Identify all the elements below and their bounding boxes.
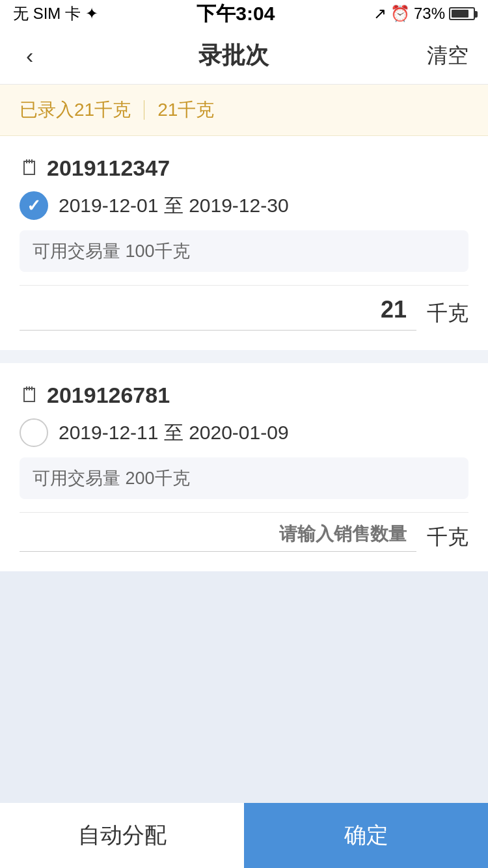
batch-1-radio[interactable] <box>20 191 48 220</box>
batch-2-availability: 可用交易量 200千克 <box>20 457 468 499</box>
battery-icon <box>449 7 475 20</box>
batch-1-header: 🗒 2019112347 <box>20 156 468 181</box>
batch-2-radio[interactable] <box>20 418 48 447</box>
batch-1-icon: 🗒 <box>20 156 40 180</box>
page-title: 录批次 <box>198 40 269 72</box>
batch-card-1: 🗒 2019112347 2019-12-01 至 2019-12-30 可用交… <box>0 136 488 350</box>
batch-2-icon: 🗒 <box>20 383 40 407</box>
status-left: 无 SIM 卡 ✦ <box>13 3 98 24</box>
bottom-bar: 自动分配 确定 <box>0 803 488 868</box>
batch-1-id: 2019112347 <box>47 156 170 181</box>
confirm-button[interactable]: 确定 <box>244 803 488 868</box>
info-divider <box>144 100 144 120</box>
battery-label: 73% <box>414 5 445 23</box>
batch-2-row[interactable]: 2019-12-11 至 2020-01-09 <box>20 418 468 447</box>
alarm-icon: ⏰ <box>390 5 410 23</box>
location-icon: ↗ <box>373 5 386 23</box>
batch-2-quantity-row: 千克 <box>20 512 468 558</box>
auto-distribute-button[interactable]: 自动分配 <box>0 803 244 868</box>
batch-1-unit: 千克 <box>427 299 468 328</box>
batch-2-quantity-input[interactable] <box>234 524 416 545</box>
nav-bar: ‹ 录批次 清空 <box>0 27 488 85</box>
batch-1-row[interactable]: 2019-12-01 至 2019-12-30 <box>20 191 468 220</box>
batch-2-date: 2019-12-11 至 2020-01-09 <box>59 420 289 446</box>
status-right: ↗ ⏰ 73% <box>373 5 475 23</box>
batch-1-quantity-input[interactable] <box>351 296 416 323</box>
total-label: 21千克 <box>157 98 214 122</box>
batch-1-date: 2019-12-01 至 2019-12-30 <box>59 193 289 219</box>
sim-label: 无 SIM 卡 ✦ <box>13 3 98 24</box>
status-bar: 无 SIM 卡 ✦ 下午3:04 ↗ ⏰ 73% <box>0 0 488 27</box>
clear-button[interactable]: 清空 <box>427 42 468 70</box>
batch-2-id: 2019126781 <box>47 383 170 408</box>
batch-card-2: 🗒 2019126781 2019-12-11 至 2020-01-09 可用交… <box>0 363 488 571</box>
section-separator-1 <box>0 350 488 363</box>
batch-1-availability: 可用交易量 100千克 <box>20 230 468 272</box>
batch-2-header: 🗒 2019126781 <box>20 383 468 408</box>
back-button[interactable]: ‹ <box>20 36 40 75</box>
entered-label: 已录入21千克 <box>20 98 131 122</box>
batch-2-unit: 千克 <box>427 523 468 552</box>
info-banner: 已录入21千克 21千克 <box>0 85 488 136</box>
status-time: 下午3:04 <box>197 1 275 27</box>
batch-1-quantity-row: 千克 <box>20 285 468 337</box>
